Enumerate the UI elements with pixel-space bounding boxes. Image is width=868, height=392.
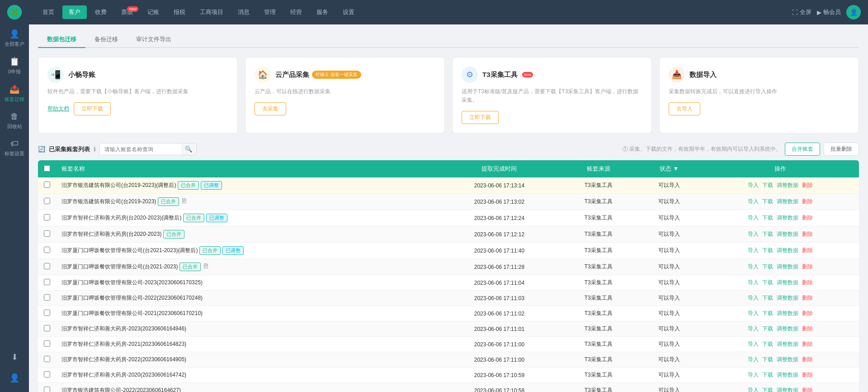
adjust-action[interactable]: 调整数据 <box>777 198 798 205</box>
download-action[interactable]: 下载 <box>762 198 773 205</box>
user-avatar[interactable]: 👤 <box>846 5 861 19</box>
download-action[interactable]: 下载 <box>762 182 773 188</box>
delete-action[interactable]: 删除 <box>802 247 813 253</box>
row-checkbox[interactable] <box>44 182 50 188</box>
import-action[interactable]: 导入 <box>748 341 759 347</box>
adjust-action[interactable]: 调整数据 <box>777 182 798 188</box>
nav-bookkeeping[interactable]: 记账 <box>141 5 165 19</box>
download-action[interactable]: 下载 <box>762 295 773 301</box>
row-checkbox[interactable] <box>44 387 50 392</box>
download-action[interactable]: 下载 <box>762 247 773 253</box>
tab-backup-migration[interactable]: 备份迁移 <box>85 32 127 48</box>
row-checkbox[interactable] <box>44 230 50 237</box>
import-action[interactable]: 导入 <box>748 231 759 237</box>
import-action[interactable]: 导入 <box>748 215 759 221</box>
sidebar-item-profile[interactable]: 👤 <box>0 368 29 387</box>
nav-tax[interactable]: 报税 <box>167 5 192 19</box>
row-checkbox[interactable] <box>44 371 50 378</box>
adjust-action[interactable]: 调整数据 <box>777 263 798 270</box>
adjust-action[interactable]: 调整数据 <box>777 247 798 253</box>
sidebar-item-recycle[interactable]: 🗑 回收站 <box>0 107 29 134</box>
adjust-action[interactable]: 调整数据 <box>777 387 798 392</box>
import-action[interactable]: 导入 <box>748 263 759 270</box>
download-action[interactable]: 下载 <box>762 279 773 286</box>
row-checkbox[interactable] <box>44 198 50 204</box>
row-checkbox[interactable] <box>44 294 50 301</box>
nav-settings[interactable]: 设置 <box>336 5 361 19</box>
refresh-icon[interactable]: 🔄 <box>38 146 45 153</box>
download-action[interactable]: 下载 <box>762 263 773 270</box>
delete-action[interactable]: 删除 <box>802 279 813 286</box>
row-checkbox[interactable] <box>44 325 50 331</box>
download-action[interactable]: 下载 <box>762 341 773 347</box>
adjust-action[interactable]: 调整数据 <box>777 215 798 221</box>
app-logo[interactable]: 🌿 <box>0 0 29 24</box>
nav-invoice[interactable]: 票据 new <box>115 5 139 19</box>
download-action[interactable]: 下载 <box>762 231 773 237</box>
row-file-icon[interactable]: 🖹 <box>203 263 209 270</box>
member-btn[interactable]: ▶ 畅会员 <box>817 8 841 16</box>
delete-action[interactable]: 删除 <box>802 182 813 188</box>
download-action[interactable]: 下载 <box>762 372 773 378</box>
row-checkbox[interactable] <box>44 279 50 285</box>
th-status[interactable]: 状态 ▼ <box>637 160 702 177</box>
delete-action[interactable]: 删除 <box>802 341 813 347</box>
download-action[interactable]: 下载 <box>762 310 773 316</box>
delete-action[interactable]: 删除 <box>802 263 813 270</box>
row-file-icon[interactable]: 🖹 <box>181 197 187 205</box>
delete-action[interactable]: 删除 <box>802 310 813 316</box>
row-checkbox[interactable] <box>44 247 50 253</box>
sidebar-item-download[interactable]: ⬇ <box>0 348 29 367</box>
download-action[interactable]: 下载 <box>762 387 773 392</box>
sidebar-item-zero-report[interactable]: 📋 0申报 <box>0 52 29 80</box>
t3-download-btn[interactable]: 立即下载 <box>462 111 499 124</box>
fullscreen-btn[interactable]: ⛶ 全屏 <box>792 8 811 16</box>
delete-action[interactable]: 删除 <box>802 215 813 221</box>
delete-action[interactable]: 删除 <box>802 198 813 205</box>
tab-data-migration[interactable]: 数据包迁移 <box>38 32 85 48</box>
download-action[interactable]: 下载 <box>762 215 773 221</box>
adjust-action[interactable]: 调整数据 <box>777 279 798 286</box>
import-action[interactable]: 导入 <box>748 247 759 253</box>
import-action[interactable]: 导入 <box>748 279 759 286</box>
xiao-chang-help-link[interactable]: 帮助文档 <box>47 105 69 113</box>
nav-business[interactable]: 工商项目 <box>193 5 230 19</box>
nav-client[interactable]: 客户 <box>62 5 87 19</box>
delete-action[interactable]: 删除 <box>802 295 813 301</box>
merge-btn[interactable]: 合并账套 <box>785 143 820 156</box>
nav-management[interactable]: 管理 <box>258 5 282 19</box>
import-action[interactable]: 导入 <box>748 198 759 205</box>
xiao-chang-download-btn[interactable]: 立即下载 <box>74 102 111 115</box>
nav-service[interactable]: 服务 <box>310 5 335 19</box>
row-checkbox[interactable] <box>44 310 50 316</box>
download-action[interactable]: 下载 <box>762 356 773 363</box>
import-action[interactable]: 导入 <box>748 356 759 363</box>
delete-action[interactable]: 删除 <box>802 372 813 378</box>
import-action[interactable]: 导入 <box>748 372 759 378</box>
adjust-action[interactable]: 调整数据 <box>777 231 798 237</box>
import-action[interactable]: 导入 <box>748 387 759 392</box>
delete-action[interactable]: 删除 <box>802 325 813 332</box>
sidebar-item-all-clients[interactable]: 👤 全部客户 <box>0 24 29 52</box>
adjust-action[interactable]: 调整数据 <box>777 341 798 347</box>
batch-delete-btn[interactable]: 批量删除 <box>824 143 859 156</box>
download-action[interactable]: 下载 <box>762 325 773 332</box>
adjust-action[interactable]: 调整数据 <box>777 310 798 316</box>
adjust-action[interactable]: 调整数据 <box>777 356 798 363</box>
select-all-checkbox[interactable] <box>44 165 50 172</box>
adjust-action[interactable]: 调整数据 <box>777 295 798 301</box>
cloud-collect-btn[interactable]: 去采集 <box>255 102 286 115</box>
row-checkbox[interactable] <box>44 356 50 362</box>
tab-audit-export[interactable]: 审计文件导出 <box>127 32 180 48</box>
import-action[interactable]: 导入 <box>748 182 759 188</box>
sidebar-item-account-migration[interactable]: 📤 账套迁移 <box>0 80 29 107</box>
import-action[interactable]: 导入 <box>748 325 759 332</box>
search-button[interactable]: 🔍 <box>181 143 196 155</box>
delete-action[interactable]: 删除 <box>802 356 813 363</box>
nav-billing[interactable]: 收费 <box>89 5 113 19</box>
row-checkbox[interactable] <box>44 214 50 220</box>
adjust-action[interactable]: 调整数据 <box>777 372 798 378</box>
search-input[interactable] <box>100 144 181 155</box>
import-action[interactable]: 导入 <box>748 310 759 316</box>
nav-message[interactable]: 消息 <box>231 5 256 19</box>
